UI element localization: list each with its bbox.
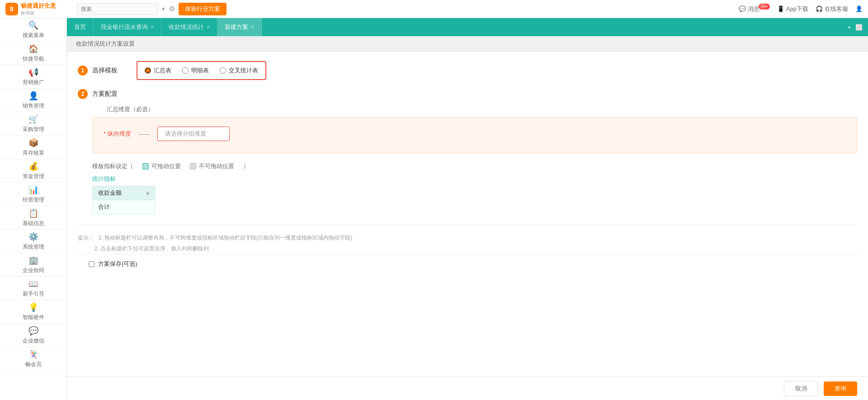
sidebar-item-hardware[interactable]: 💡 智能硬件 (0, 300, 66, 324)
tab-cashflow[interactable]: 现金银行流水查询 × (94, 18, 161, 36)
step2-header: 2 方案配置 (78, 89, 857, 99)
sidebar-item-guide[interactable]: 📖 新手引导 (0, 277, 66, 300)
dimension-select[interactable]: 请选择分组维度 (157, 127, 230, 141)
query-button[interactable]: 查询 (824, 381, 857, 396)
sidebar-item-purchase[interactable]: 🛒 采购管理 (0, 112, 66, 136)
dimension-title: 汇总维度（必选） (107, 105, 857, 113)
step1-section: 1 选择模板 汇总表 明细表 交叉统计表 (78, 61, 857, 80)
sidebar-item-label: 采购管理 (23, 126, 44, 133)
sidebar-item-marketing[interactable]: 📢 营销推广 (0, 65, 66, 89)
indicator-col-header[interactable]: 收款金额 ∨ (93, 186, 155, 200)
tab-close-newplan[interactable]: × (251, 24, 254, 30)
tab-home[interactable]: 首页 (67, 18, 94, 36)
wechat-icon: 💬 (28, 326, 38, 336)
chevron-down-icon[interactable]: ▾ (162, 5, 165, 12)
tip-1: 提示： 1. 拖动标题栏可以调整布局，不可跨维度或指标区域拖动栏目字段(只能在同… (78, 232, 857, 243)
tab-new-plan[interactable]: 新建方案 × (217, 18, 262, 36)
sidebar-item-collab[interactable]: 🏢 企业协同 (0, 253, 66, 277)
hardware-icon: 💡 (28, 302, 38, 312)
member-icon: 🃏 (28, 349, 38, 359)
window-restore-icon[interactable]: ⬜ (855, 24, 863, 31)
fixed-color-box (190, 163, 196, 169)
save-label[interactable]: 方案保存(可选) (98, 260, 137, 268)
indicator-section: 模板指标设定（ 可拖动位置 不可拖动位置 ） 统计指标 收款金额 (92, 162, 857, 216)
sidebar-item-label: 系统管理 (23, 243, 44, 251)
cancel-button[interactable]: 取消 (784, 381, 818, 396)
settings-icon[interactable]: ⚙ (169, 5, 175, 13)
management-icon: 📊 (28, 185, 38, 195)
tab-close-cashflow[interactable]: × (151, 24, 154, 30)
template-radio-group: 汇总表 明细表 交叉统计表 (137, 61, 266, 80)
sales-icon: 👤 (28, 91, 38, 101)
sidebar-item-label: 销售管理 (23, 102, 44, 110)
indicator-table: 收款金额 ∨ 合计 (92, 186, 156, 214)
sidebar-item-search[interactable]: 🔍 搜索菜单 (0, 18, 66, 42)
sidebar-item-label: 搜索菜单 (23, 32, 44, 39)
dimension-section: 汇总维度（必选） 纵向维度 —— 请选择分组维度 (92, 105, 857, 153)
sidebar-item-label: 营销推广 (23, 79, 44, 86)
dimension-box: 纵向维度 —— 请选择分组维度 (92, 117, 857, 153)
system-icon: ⚙️ (28, 232, 38, 242)
tip-2: 2. 点击标题栏下拉可设置排序、插入列和删除列 (78, 243, 857, 254)
user-icon: 👤 (855, 5, 863, 12)
home-icon: 🏠 (28, 44, 38, 54)
sidebar-item-label: 快捷导航 (23, 55, 44, 63)
tab-close-stats[interactable]: × (207, 24, 210, 30)
message-icon: 💬 (739, 5, 746, 12)
vertical-dimension-row: 纵向维度 —— 请选择分组维度 (104, 127, 846, 141)
guide-icon: 📖 (28, 279, 38, 289)
top-bar-right: 💬 消息 99+ 📱 App下载 🎧 在线客服 👤 (739, 5, 863, 13)
sidebar-item-label: 智能硬件 (23, 314, 44, 321)
col-chevron-icon[interactable]: ∨ (146, 190, 150, 196)
sidebar-item-system[interactable]: ⚙️ 系统管理 (0, 230, 66, 253)
main-content: 收款情况统计方案设置 1 选择模板 汇总表 明细表 (67, 36, 868, 400)
top-bar-middle: ▾ ⚙ 体验行业方案 (72, 3, 739, 15)
message-item[interactable]: 💬 消息 99+ (739, 5, 770, 13)
movable-color-box (142, 163, 149, 169)
search-input[interactable] (77, 3, 158, 15)
collab-icon: 🏢 (28, 255, 38, 265)
sidebar-item-wechat[interactable]: 💬 企业微信 (0, 324, 66, 347)
radio-detail[interactable]: 明细表 (182, 66, 209, 75)
finance-icon: 💰 (28, 161, 38, 171)
sidebar-item-label: 企业微信 (23, 337, 44, 345)
search-icon: 🔍 (28, 20, 38, 30)
sidebar-item-management[interactable]: 📊 经营管理 (0, 183, 66, 206)
radio-summary[interactable]: 汇总表 (145, 66, 171, 75)
industry-button[interactable]: 体验行业方案 (179, 3, 226, 15)
user-avatar[interactable]: 👤 (855, 5, 863, 12)
step1-header: 1 选择模板 汇总表 明细表 交叉统计表 (78, 61, 857, 80)
download-item[interactable]: 📱 App下载 (777, 5, 808, 13)
sidebar-item-finance[interactable]: 💰 资金管理 (0, 159, 66, 183)
sidebar-item-member[interactable]: 🃏 畅会员 (0, 347, 66, 371)
download-icon: 📱 (777, 5, 784, 12)
sidebar-item-label: 新手引导 (23, 290, 44, 298)
sidebar-item-inventory[interactable]: 📦 库存核算 (0, 136, 66, 159)
sidebar: 🔍 搜索菜单 🏠 快捷导航 📢 营销推广 👤 销售管理 🛒 采购管理 📦 库存核… (0, 18, 67, 400)
step2-section: 2 方案配置 汇总维度（必选） 纵向维度 —— 请选择分组维度 (78, 89, 857, 254)
radio-cross[interactable]: 交叉统计表 (220, 66, 258, 75)
breadcrumb: 收款情况统计方案设置 (67, 36, 868, 52)
sidebar-item-home[interactable]: 🏠 快捷导航 (0, 42, 66, 65)
step1-num: 1 (78, 66, 88, 75)
vertical-dim-label: 纵向维度 (104, 130, 131, 138)
tab-bar: 首页 现金银行流水查询 × 收款情况统计 × 新建方案 × × ⬜ (67, 18, 868, 36)
sidebar-item-sales[interactable]: 👤 销售管理 (0, 89, 66, 112)
service-item[interactable]: 🎧 在线客服 (816, 5, 848, 13)
movable-tag: 可拖动位置 (142, 162, 181, 170)
sidebar-item-label: 基础信息 (23, 220, 44, 227)
content-area: 1 选择模板 汇总表 明细表 交叉统计表 (67, 52, 868, 398)
save-checkbox[interactable] (89, 261, 94, 267)
indicator-header-row: 模板指标设定（ 可拖动位置 不可拖动位置 ） (92, 162, 857, 170)
basic-icon: 📋 (28, 208, 38, 218)
tab-payment-stats[interactable]: 收款情况统计 × (161, 18, 217, 36)
dim-arrow: —— (138, 131, 150, 137)
tab-bar-actions: × ⬜ (842, 18, 868, 36)
logo-text: 畅捷通好生意 (21, 2, 56, 10)
logo-icon: 8 (5, 3, 18, 15)
sidebar-item-label: 资金管理 (23, 173, 44, 180)
marketing-icon: 📢 (28, 67, 38, 77)
window-close-icon[interactable]: × (847, 24, 851, 31)
sidebar-item-basic[interactable]: 📋 基础信息 (0, 206, 66, 230)
stat-indicator-label: 统计指标 (92, 175, 857, 183)
